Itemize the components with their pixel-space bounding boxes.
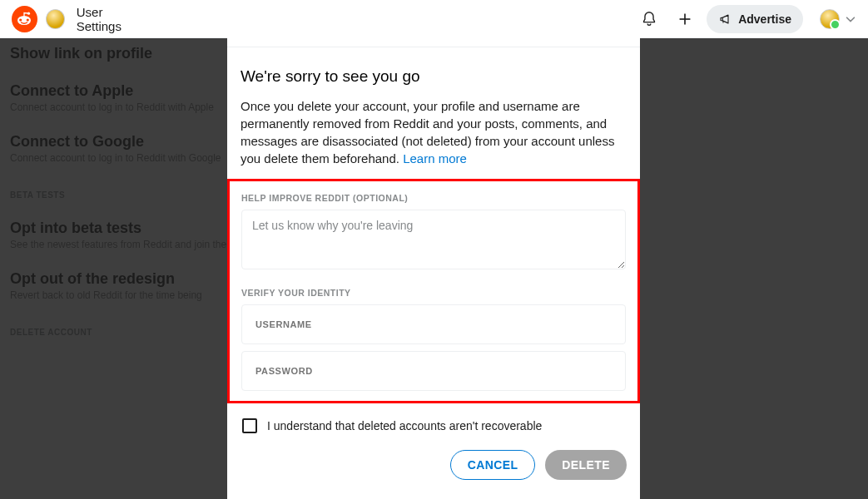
modal-title: We're sorry to see you go	[241, 67, 627, 86]
svg-point-4	[27, 18, 29, 21]
chevron-down-icon	[845, 13, 856, 25]
svg-point-3	[19, 18, 22, 21]
learn-more-link[interactable]: Learn more	[403, 151, 467, 166]
button-row: CANCEL DELETE	[241, 450, 627, 480]
feedback-textarea[interactable]	[241, 210, 626, 269]
verify-identity-label: VERIFY YOUR IDENTITY	[241, 288, 626, 298]
confirm-text: I understand that deleted accounts aren'…	[267, 419, 542, 432]
page-title: User Settings	[77, 5, 148, 33]
community-avatar	[46, 9, 65, 29]
divider	[227, 47, 640, 47]
form-highlight: HELP IMPROVE REDDIT (OPTIONAL) VERIFY YO…	[227, 179, 640, 403]
username-field[interactable]	[241, 304, 626, 344]
confirm-row: I understand that deleted accounts aren'…	[241, 418, 627, 433]
modal-body: Once you delete your account, your profi…	[241, 97, 627, 167]
create-post-icon[interactable]	[672, 5, 699, 33]
password-field[interactable]	[241, 351, 626, 391]
megaphone-icon	[718, 12, 733, 27]
help-improve-label: HELP IMPROVE REDDIT (OPTIONAL)	[241, 193, 408, 203]
delete-button[interactable]: DELETE	[545, 450, 627, 480]
reddit-logo[interactable]	[12, 6, 37, 32]
cancel-button[interactable]: CANCEL	[450, 450, 536, 480]
confirm-checkbox[interactable]	[242, 418, 257, 433]
advertise-label: Advertise	[738, 12, 791, 26]
advertise-button[interactable]: Advertise	[707, 5, 803, 33]
user-avatar	[820, 9, 840, 29]
user-menu[interactable]	[820, 9, 856, 29]
delete-account-modal: We're sorry to see you go Once you delet…	[227, 0, 640, 499]
